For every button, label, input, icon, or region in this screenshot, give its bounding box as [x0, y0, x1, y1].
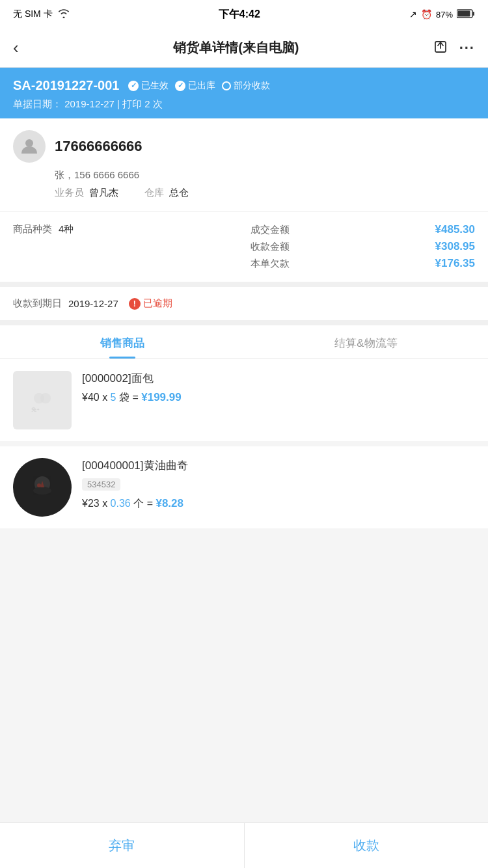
svg-point-4: [25, 139, 33, 147]
more-icon[interactable]: ···: [459, 40, 475, 57]
order-id: SA-20191227-001: [13, 78, 119, 93]
summary-right: 成交金额 ¥485.30 收款金额 ¥308.95 本单欠款 ¥176.35: [251, 223, 475, 270]
overdue-text: 已逾期: [143, 297, 172, 310]
received-amount-row: 收款金额 ¥308.95: [251, 240, 475, 253]
deal-amount-row: 成交金额 ¥485.30: [251, 223, 475, 236]
share-icon[interactable]: [433, 40, 448, 57]
overdue-badge: ! 已逾期: [129, 297, 172, 310]
status-bar: 无 SIM 卡 下午4:42 ↗ ⏰ 87%: [0, 0, 488, 29]
nav-actions: ···: [433, 40, 475, 57]
alarm-icon: ⏰: [421, 9, 432, 20]
svg-rect-1: [472, 12, 474, 16]
customer-name: 张，156 6666 6666: [13, 169, 475, 182]
order-date-row: 单据日期： 2019-12-27 | 打印 2 次: [13, 98, 475, 111]
no-sim-label: 无 SIM 卡: [13, 8, 53, 20]
battery-icon: [457, 9, 475, 20]
badge-partial-payment: 部分收款: [222, 80, 270, 92]
product-thumbnail: 兔+: [13, 371, 72, 429]
location-icon: ↗: [409, 9, 417, 20]
page-title: 销货单详情(来自电脑): [173, 39, 299, 57]
customer-meta: 业务员 曾凡杰 仓库 总仓: [13, 187, 475, 199]
product-list: 兔+ [0000002]面包 ¥40 x 5 袋 = ¥199.99: [0, 359, 488, 581]
overdue-icon: !: [129, 298, 141, 310]
svg-point-6: [40, 393, 51, 403]
svg-rect-2: [457, 10, 470, 16]
customer-phone: 17666666666: [55, 138, 142, 155]
product-price-row: ¥23 x 0.36 个 = ¥8.28: [82, 497, 475, 511]
warehouse: 仓库 总仓: [144, 187, 189, 199]
summary-section: 商品种类 4种 成交金额 ¥485.30 收款金额 ¥308.95 本单欠款 ¥…: [0, 211, 488, 287]
cancel-audit-button[interactable]: 弃审: [0, 823, 245, 868]
collect-payment-button[interactable]: 收款: [245, 823, 489, 868]
customer-avatar: [13, 130, 46, 163]
svg-text:兔+: 兔+: [31, 407, 40, 413]
tabs-section: 销售商品 结算&物流等: [0, 325, 488, 359]
product-item: 兔+ [0000002]面包 ¥40 x 5 袋 = ¥199.99: [0, 359, 488, 441]
bottom-action-bar: 弃审 收款: [0, 822, 488, 868]
product-price-row: ¥40 x 5 袋 = ¥199.99: [82, 391, 475, 405]
tab-settlement[interactable]: 结算&物流等: [244, 325, 488, 359]
nav-bar: ‹ 销货单详情(来自电脑) ···: [0, 29, 488, 68]
order-badges: ✓ 已生效 ✓ 已出库 部分收款: [128, 80, 270, 92]
sales-person: 业务员 曾凡杰: [55, 187, 118, 199]
badge-shipped: ✓ 已出库: [175, 80, 215, 92]
back-button[interactable]: ‹: [13, 38, 39, 58]
customer-section: 17666666666 张，156 6666 6666 业务员 曾凡杰 仓库 总…: [0, 118, 488, 211]
product-kind-row: 商品种类 4种: [13, 223, 237, 236]
battery-label: 87%: [436, 10, 453, 20]
debt-amount-row: 本单欠款 ¥176.35: [251, 257, 475, 270]
product-info: [0000002]面包 ¥40 x 5 袋 = ¥199.99: [82, 371, 475, 405]
product-thumbnail: [13, 458, 72, 517]
due-section: 收款到期日 2019-12-27 ! 已逾期: [0, 287, 488, 325]
wifi-icon: [58, 9, 70, 20]
product-item: [000400001]黄油曲奇 534532 ¥23 x 0.36 个 = ¥8…: [0, 446, 488, 528]
status-right: ↗ ⏰ 87%: [409, 9, 475, 20]
product-info: [000400001]黄油曲奇 534532 ¥23 x 0.36 个 = ¥8…: [82, 458, 475, 511]
tab-sales-products[interactable]: 销售商品: [0, 325, 244, 359]
product-sku: 534532: [82, 478, 120, 491]
status-time: 下午4:42: [219, 8, 260, 21]
summary-left: 商品种类 4种: [13, 223, 237, 238]
badge-activated: ✓ 已生效: [128, 80, 169, 92]
product-name: [000400001]黄油曲奇: [82, 458, 475, 473]
status-left: 无 SIM 卡: [13, 8, 70, 20]
svg-point-10: [37, 483, 41, 487]
order-banner: SA-20191227-001 ✓ 已生效 ✓ 已出库 部分收款 单据日期： 2…: [0, 68, 488, 118]
svg-point-9: [33, 487, 51, 495]
product-name: [0000002]面包: [82, 371, 475, 386]
